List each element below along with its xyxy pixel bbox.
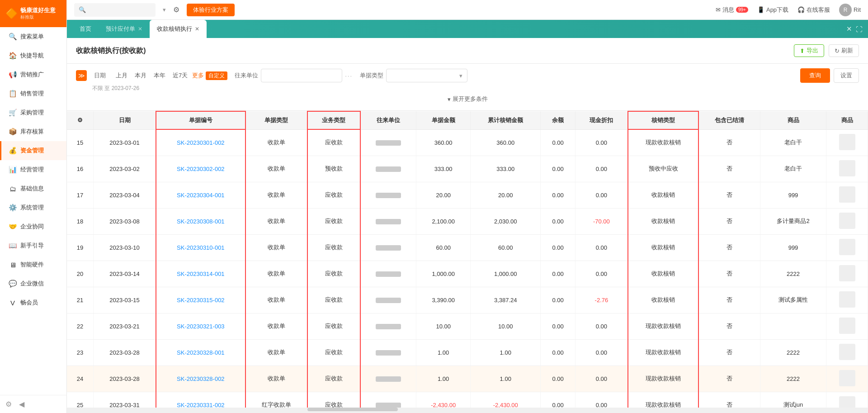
wechat-icon: 💬 bbox=[9, 280, 17, 288]
industry-btn[interactable]: 体验行业方案 bbox=[187, 4, 235, 16]
sidebar-item-guide[interactable]: 📖 新手引导 bbox=[0, 236, 66, 255]
bill-type-select[interactable]: ▾ bbox=[386, 69, 467, 82]
order-link[interactable]: SK-20230302-002 bbox=[177, 166, 225, 172]
custom-date-btn[interactable]: 自定义 bbox=[206, 71, 227, 80]
cell-seq: 22 bbox=[67, 313, 94, 339]
settings-btn[interactable]: 设置 bbox=[834, 68, 859, 83]
goods-thumbnail bbox=[839, 160, 855, 176]
dropdown-arrow[interactable]: ▾ bbox=[163, 6, 166, 13]
cell-date: 2023-03-01 bbox=[94, 129, 156, 156]
cell-bill-amount: 333.00 bbox=[416, 156, 471, 182]
main-area: 🔍 ▾ ⚙ 体验行业方案 ✉ 消息 99+ 📱 App下载 🎧 在线客服 R R… bbox=[67, 0, 868, 413]
sidebar-item-inventory[interactable]: 📦 库存核算 bbox=[0, 122, 66, 141]
tab-writeoff[interactable]: 收款核销执行 ✕ bbox=[150, 20, 207, 38]
order-link[interactable]: SK-20230304-001 bbox=[177, 192, 225, 199]
cell-bill-type: 收款单 bbox=[245, 129, 307, 156]
refresh-btn[interactable]: ↻ 刷新 bbox=[829, 44, 859, 57]
messages-btn[interactable]: ✉ 消息 99+ bbox=[716, 6, 748, 14]
tab-writeoff-close[interactable]: ✕ bbox=[195, 26, 199, 32]
sidebar-item-member[interactable]: V 畅会员 bbox=[0, 293, 66, 312]
cell-goods: 999 bbox=[760, 182, 826, 208]
cell-bill-amount: 2,100.00 bbox=[416, 208, 471, 234]
sidebar-item-corp[interactable]: 🤝 企业协同 bbox=[0, 217, 66, 236]
cell-goods-thumb bbox=[826, 182, 868, 208]
tab-home[interactable]: 首页 bbox=[72, 20, 99, 38]
goods-thumbnail bbox=[839, 213, 855, 229]
order-link[interactable]: SK-20230310-001 bbox=[177, 244, 225, 251]
date-opt-this-year[interactable]: 本年 bbox=[151, 71, 168, 81]
sidebar-item-quicknav[interactable]: 🏠 快捷导航 bbox=[0, 46, 66, 65]
sidebar-item-system[interactable]: ⚙️ 系统管理 bbox=[0, 198, 66, 217]
scrollbar-thumb[interactable] bbox=[307, 408, 398, 411]
sidebar-label-quicknav: 快捷导航 bbox=[20, 52, 44, 60]
goods-thumbnail bbox=[839, 291, 855, 308]
sidebar-item-hardware[interactable]: 🖥 智能硬件 bbox=[0, 255, 66, 274]
order-link[interactable]: SK-20230328-001 bbox=[177, 349, 225, 356]
cell-bill-amount: 360.00 bbox=[416, 129, 471, 156]
query-btn[interactable]: 查询 bbox=[800, 68, 830, 83]
col-goods-thumb-header: 商品 bbox=[826, 111, 868, 129]
order-link[interactable]: SK-20230314-001 bbox=[177, 271, 225, 277]
scrollbar-area[interactable] bbox=[67, 408, 868, 413]
export-btn[interactable]: ⬆ 导出 bbox=[794, 44, 824, 57]
order-link[interactable]: SK-20230308-001 bbox=[177, 218, 225, 225]
sidebar-item-search[interactable]: 🔍 搜索菜单 bbox=[0, 27, 66, 46]
data-table: ⚙ 日期 单据编号 单据类型 业务类型 往来单位 单据金额 累计核销金额 余额 … bbox=[67, 111, 868, 413]
tab-prepay-close[interactable]: ✕ bbox=[138, 26, 142, 32]
export-icon: ⬆ bbox=[800, 47, 805, 54]
sidebar-item-wechat[interactable]: 💬 企业微信 bbox=[0, 274, 66, 293]
cell-bill-type: 收款单 bbox=[245, 234, 307, 261]
cell-seq: 20 bbox=[67, 261, 94, 287]
order-link[interactable]: SK-20230315-002 bbox=[177, 297, 225, 304]
date-opt-this-month[interactable]: 本月 bbox=[132, 71, 149, 81]
table-row: 24 2023-03-28 SK-20230328-002 收款单 应收款 ██… bbox=[67, 366, 868, 392]
online-support-label: 在线客服 bbox=[807, 6, 830, 14]
table-row: 19 2023-03-10 SK-20230310-001 收款单 应收款 ██… bbox=[67, 234, 868, 261]
sales-icon: 📋 bbox=[9, 90, 17, 98]
collapse-icon[interactable]: ◀ bbox=[19, 400, 24, 408]
sidebar-item-finance[interactable]: 💰 资金管理 bbox=[0, 141, 66, 160]
col-seq-header: ⚙ bbox=[67, 111, 94, 129]
cell-counterpart: ██████ bbox=[360, 182, 416, 208]
sidebar-item-sales[interactable]: 📋 销售管理 bbox=[0, 84, 66, 103]
search-box[interactable]: 🔍 bbox=[74, 3, 156, 17]
settings-icon[interactable]: ⚙ bbox=[5, 400, 12, 408]
expand-more-btn[interactable]: ▾ 展开更多条件 bbox=[448, 95, 488, 103]
order-link[interactable]: SK-20230301-002 bbox=[177, 139, 225, 146]
cell-bill-type: 收款单 bbox=[245, 366, 307, 392]
sidebar-label-guide: 新手引导 bbox=[20, 242, 44, 250]
sidebar-item-marketing[interactable]: 📢 营销推广 bbox=[0, 65, 66, 84]
maximize-icon[interactable]: ⛶ bbox=[856, 25, 863, 33]
date-opt-7days[interactable]: 近7天 bbox=[170, 71, 190, 81]
cell-order-no: SK-20230301-002 bbox=[156, 129, 245, 156]
phone-icon: 📱 bbox=[757, 6, 764, 13]
filter-toggle-btn[interactable]: ≫ bbox=[76, 70, 87, 81]
user-area[interactable]: R Rit bbox=[839, 4, 861, 16]
date-opt-more[interactable]: 更多 bbox=[192, 71, 204, 80]
cell-writeoff-type: 收款核销 bbox=[628, 261, 698, 287]
cell-date: 2023-03-28 bbox=[94, 339, 156, 366]
cell-biz-type: 应收款 bbox=[307, 366, 360, 392]
sidebar-item-operations[interactable]: 📊 经营管理 bbox=[0, 160, 66, 179]
cell-order-no: SK-20230328-001 bbox=[156, 339, 245, 366]
gear-icon[interactable]: ⚙ bbox=[173, 5, 179, 14]
counterpart-input[interactable] bbox=[261, 69, 342, 82]
close-window-icon[interactable]: ✕ bbox=[846, 25, 852, 33]
table-row: 16 2023-03-02 SK-20230302-002 收款单 预收款 ██… bbox=[67, 156, 868, 182]
order-link[interactable]: SK-20230328-002 bbox=[177, 375, 225, 382]
sidebar-item-purchase[interactable]: 🛒 采购管理 bbox=[0, 103, 66, 122]
cell-seq: 19 bbox=[67, 234, 94, 261]
online-support-btn[interactable]: 🎧 在线客服 bbox=[797, 6, 830, 14]
tab-prepay[interactable]: 预计应付单 ✕ bbox=[99, 20, 150, 38]
cell-seq: 16 bbox=[67, 156, 94, 182]
filter-row-1: ≫ 日期 上月 本月 本年 近7天 更多 自定义 往来单位 ··· 单据类型 bbox=[76, 68, 859, 83]
order-link[interactable]: SK-20230321-003 bbox=[177, 323, 225, 330]
sidebar-item-basic[interactable]: 🗂 基础信息 bbox=[0, 179, 66, 198]
data-table-wrapper: ⚙ 日期 单据编号 单据类型 业务类型 往来单位 单据金额 累计核销金额 余额 … bbox=[67, 111, 868, 413]
app-download-btn[interactable]: 📱 App下载 bbox=[757, 6, 788, 14]
cell-bill-type: 收款单 bbox=[245, 208, 307, 234]
date-range-display: 不限 至 2023-07-26 bbox=[76, 85, 859, 92]
date-opt-last-month[interactable]: 上月 bbox=[113, 71, 130, 81]
basic-icon: 🗂 bbox=[9, 185, 17, 193]
cell-biz-type: 应收款 bbox=[307, 287, 360, 313]
